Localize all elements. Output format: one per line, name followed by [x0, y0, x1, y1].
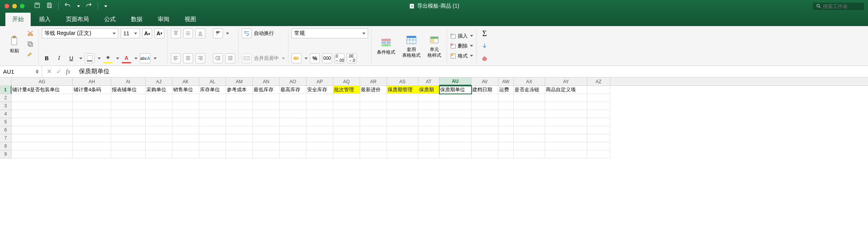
underline-button[interactable]: U [66, 53, 76, 63]
cell-AG9[interactable] [11, 150, 73, 158]
format-cells-button[interactable]: 格式 [450, 52, 473, 60]
cell-AK1[interactable]: 销售单位 [172, 86, 199, 94]
cell-AX9[interactable] [514, 150, 545, 158]
cell-AQ7[interactable] [333, 134, 360, 142]
cell-AJ5[interactable] [146, 118, 172, 126]
column-header-AS[interactable]: AS [387, 77, 418, 86]
cell-AR5[interactable] [360, 118, 387, 126]
cell-AI6[interactable] [111, 126, 146, 134]
clear-button[interactable] [480, 53, 490, 63]
tab-审阅[interactable]: 审阅 [151, 13, 176, 26]
cell-AR4[interactable] [360, 110, 387, 118]
comma-button[interactable]: 000 [322, 53, 332, 63]
cell-AM7[interactable] [226, 134, 253, 142]
cell-AH7[interactable] [73, 134, 111, 142]
cell-AX2[interactable] [514, 94, 545, 102]
cell-AK7[interactable] [172, 134, 199, 142]
cell-AG8[interactable] [11, 142, 73, 150]
row-header-9[interactable]: 9 [0, 150, 11, 158]
cell-AJ7[interactable] [146, 134, 172, 142]
cell-AZ8[interactable] [587, 142, 610, 150]
cell-AM1[interactable]: 参考成本 [226, 86, 253, 94]
border-dropdown[interactable] [98, 58, 101, 59]
cell-AY6[interactable] [545, 126, 587, 134]
cell-AU4[interactable] [439, 110, 472, 118]
cell-AS8[interactable] [387, 142, 418, 150]
cell-AQ1[interactable]: 批次管理 [333, 86, 360, 94]
cell-AI9[interactable] [111, 150, 146, 158]
fill-button[interactable] [480, 41, 490, 51]
tab-开始[interactable]: 开始 [5, 13, 31, 26]
cell-AZ9[interactable] [587, 150, 610, 158]
cancel-formula-button[interactable]: ✕ [47, 68, 52, 75]
decrease-decimal-button[interactable]: .00→.0 [347, 53, 357, 63]
cell-AP4[interactable] [306, 110, 333, 118]
cell-AH1[interactable]: 辅计量4条码 [73, 86, 111, 94]
autosum-button[interactable]: Σ [480, 29, 490, 39]
row-header-7[interactable]: 7 [0, 134, 11, 142]
cell-AY3[interactable] [545, 102, 587, 110]
decrease-indent-button[interactable] [213, 53, 223, 63]
cell-AY5[interactable] [545, 118, 587, 126]
cell-AI4[interactable] [111, 110, 146, 118]
row-header-4[interactable]: 4 [0, 110, 11, 118]
fill-color-dropdown[interactable] [116, 58, 119, 59]
cell-AN1[interactable]: 最低库存 [253, 86, 280, 94]
row-header-5[interactable]: 5 [0, 118, 11, 126]
cell-AT5[interactable] [418, 118, 439, 126]
cell-AN4[interactable] [253, 110, 280, 118]
cell-AJ2[interactable] [146, 94, 172, 102]
cell-AM8[interactable] [226, 142, 253, 150]
cell-AT2[interactable] [418, 94, 439, 102]
cell-AO9[interactable] [280, 150, 306, 158]
cell-AG1[interactable]: 辅计量4是否包装单位 [11, 86, 73, 94]
cell-AW1[interactable]: 运费 [498, 86, 514, 94]
cell-AU2[interactable] [439, 94, 472, 102]
cell-AP8[interactable] [306, 142, 333, 150]
align-top-button[interactable] [171, 28, 181, 38]
cell-AN6[interactable] [253, 126, 280, 134]
cell-AH6[interactable] [73, 126, 111, 134]
cell-AL3[interactable] [199, 102, 226, 110]
cell-AW3[interactable] [498, 102, 514, 110]
cell-AZ3[interactable] [587, 102, 610, 110]
formula-input[interactable] [75, 68, 868, 75]
row-header-2[interactable]: 2 [0, 94, 11, 102]
cell-AO2[interactable] [280, 94, 306, 102]
orientation-dropdown[interactable] [226, 33, 229, 35]
cell-AS6[interactable] [387, 126, 418, 134]
select-all-corner[interactable] [0, 77, 11, 86]
tab-公式[interactable]: 公式 [97, 13, 123, 26]
cell-AS4[interactable] [387, 110, 418, 118]
cell-AL7[interactable] [199, 134, 226, 142]
cell-AQ9[interactable] [333, 150, 360, 158]
cell-AT8[interactable] [418, 142, 439, 150]
cell-AR1[interactable]: 最新进价 [360, 86, 387, 94]
fx-icon[interactable]: fx [66, 68, 70, 75]
tab-插入[interactable]: 插入 [32, 13, 57, 26]
cell-AX3[interactable] [514, 102, 545, 110]
save-icon[interactable] [46, 2, 53, 10]
name-box-up[interactable] [36, 69, 39, 71]
cell-AR7[interactable] [360, 134, 387, 142]
cell-AV4[interactable] [472, 110, 498, 118]
cell-AW9[interactable] [498, 150, 514, 158]
cell-AS9[interactable] [387, 150, 418, 158]
cell-AO3[interactable] [280, 102, 306, 110]
cell-AR8[interactable] [360, 142, 387, 150]
percent-button[interactable]: % [310, 53, 320, 63]
spreadsheet-grid[interactable]: AGAHAIAJAKALAMANAOAPAQARASATAUAVAWAXAYAZ… [0, 77, 868, 158]
cell-AW8[interactable] [498, 142, 514, 150]
row-header-8[interactable]: 8 [0, 142, 11, 150]
align-center-button[interactable] [183, 53, 193, 63]
cell-AK8[interactable] [172, 142, 199, 150]
cell-AK9[interactable] [172, 150, 199, 158]
name-box-down[interactable] [36, 72, 39, 74]
minimize-window-button[interactable] [12, 4, 17, 8]
redo-icon[interactable] [85, 2, 92, 10]
cell-AN5[interactable] [253, 118, 280, 126]
column-header-AJ[interactable]: AJ [146, 77, 172, 86]
number-format-select[interactable]: 常规 [292, 28, 368, 38]
column-header-AW[interactable]: AW [498, 77, 514, 86]
cell-AV5[interactable] [472, 118, 498, 126]
